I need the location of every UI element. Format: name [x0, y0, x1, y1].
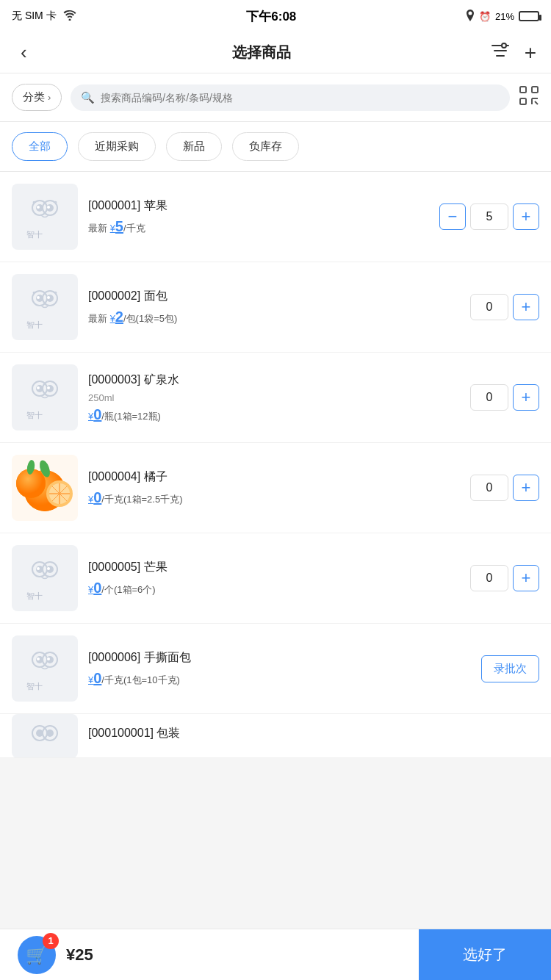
quantity-control: +	[470, 294, 539, 320]
quantity-input[interactable]	[470, 203, 508, 230]
svg-point-50	[37, 657, 40, 660]
product-price: ¥0/千克(1箱=2.5千克)	[88, 489, 460, 506]
status-bar: 无 SIM 卡 下午6:08 ⏰ 21%	[0, 0, 551, 32]
table-row: 智十 [0000003] 矿泉水 250ml ¥0/瓶(1箱=12瓶) +	[0, 353, 551, 443]
product-image: 智十	[12, 545, 78, 611]
product-name: [0000006] 手撕面包	[88, 650, 471, 666]
cart-badge: 1	[43, 933, 59, 949]
back-button[interactable]: ‹	[15, 35, 33, 70]
quantity-control: +	[470, 475, 539, 501]
product-image: 智十	[12, 184, 78, 250]
product-name: [0000002] 面包	[88, 289, 460, 304]
product-image	[12, 714, 78, 758]
svg-point-20	[37, 296, 40, 299]
product-spec: 250ml	[88, 392, 460, 403]
product-name: [0000003] 矿泉水	[88, 372, 460, 388]
product-price: 最新 ¥5/千克	[88, 218, 429, 235]
svg-point-3	[502, 43, 506, 48]
quantity-input[interactable]	[470, 565, 508, 591]
increase-button[interactable]: +	[513, 203, 539, 230]
chevron-right-icon: ›	[48, 92, 51, 103]
battery-percent: 21%	[495, 11, 514, 22]
cart-total: ¥25	[66, 945, 93, 965]
quantity-control: − +	[439, 203, 539, 230]
product-image: 智十	[12, 364, 78, 430]
tab-recent[interactable]: 近期采购	[78, 132, 156, 161]
product-info: [0000001] 苹果 最新 ¥5/千克	[88, 198, 429, 235]
svg-rect-5	[532, 87, 538, 93]
battery-icon	[519, 11, 539, 21]
alarm-icon: ⏰	[479, 11, 491, 22]
product-price: 最新 ¥2/包(1袋=5包)	[88, 309, 460, 325]
increase-button[interactable]: +	[513, 294, 539, 320]
product-image: 智十	[12, 635, 78, 702]
search-input[interactable]	[101, 92, 500, 104]
product-list: 智十 [0000001] 苹果 最新 ¥5/千克 − +	[0, 172, 551, 758]
cart-icon: 🛒	[26, 945, 48, 965]
quantity-control: +	[470, 565, 539, 591]
svg-point-44	[37, 567, 40, 570]
product-name: [0000001] 苹果	[88, 198, 429, 214]
status-left: 无 SIM 卡	[12, 10, 77, 23]
svg-point-27	[47, 386, 50, 389]
cart-area: 🛒 1 ¥25	[0, 936, 419, 974]
product-name: [0000005] 芒果	[88, 560, 460, 575]
svg-point-21	[47, 296, 50, 299]
tab-all[interactable]: 全部	[12, 132, 68, 161]
status-right: ⏰ 21%	[466, 10, 539, 24]
decrease-button[interactable]: −	[439, 203, 466, 230]
tab-new[interactable]: 新品	[166, 132, 222, 161]
svg-point-15	[47, 206, 50, 209]
increase-button[interactable]: +	[513, 475, 539, 501]
product-image: 智十	[12, 274, 78, 340]
product-price: ¥0/瓶(1箱=12瓶)	[88, 406, 460, 423]
quantity-input[interactable]	[470, 294, 508, 320]
filter-icon[interactable]	[491, 43, 510, 63]
nav-actions: +	[491, 41, 536, 65]
search-section: 分类 › 🔍	[0, 73, 551, 122]
tab-negative-stock[interactable]: 负库存	[232, 132, 299, 161]
page-title: 选择商品	[232, 43, 291, 62]
scan-icon[interactable]	[519, 85, 539, 110]
status-time: 下午6:08	[246, 8, 296, 25]
batch-button[interactable]: 录批次	[481, 655, 539, 682]
product-name: [000100001] 包装	[88, 726, 539, 741]
product-price: ¥0/千克(1包=10千克)	[88, 670, 471, 687]
svg-point-26	[37, 386, 40, 389]
location-icon	[466, 10, 475, 24]
search-icon: 🔍	[81, 91, 95, 104]
product-price: ¥0/个(1箱=6个)	[88, 580, 460, 597]
quantity-input[interactable]	[470, 384, 508, 411]
wifi-icon	[62, 10, 77, 23]
quantity-control: +	[470, 384, 539, 411]
quantity-control: 录批次	[481, 655, 539, 682]
svg-point-54	[36, 729, 43, 737]
svg-rect-4	[520, 87, 526, 93]
svg-point-45	[47, 567, 50, 570]
product-info: [0000006] 手撕面包 ¥0/千克(1包=10千克)	[88, 650, 471, 687]
table-row: [000100001] 包装	[0, 714, 551, 758]
table-row: 智十 [0000005] 芒果 ¥0/个(1箱=6个) +	[0, 533, 551, 624]
svg-point-14	[37, 206, 40, 209]
svg-line-9	[535, 101, 538, 104]
table-row: 智十 [0000006] 手撕面包 ¥0/千克(1包=10千克) 录批次	[0, 624, 551, 714]
quantity-input[interactable]	[470, 475, 508, 501]
table-row: 智十 [0000002] 面包 最新 ¥2/包(1袋=5包) +	[0, 262, 551, 353]
product-info: [0000003] 矿泉水 250ml ¥0/瓶(1箱=12瓶)	[88, 372, 460, 423]
confirm-button[interactable]: 选好了	[419, 929, 551, 980]
product-name: [0000004] 橘子	[88, 469, 460, 485]
table-row: [0000004] 橘子 ¥0/千克(1箱=2.5千克) +	[0, 443, 551, 533]
category-button[interactable]: 分类 ›	[12, 84, 62, 111]
increase-button[interactable]: +	[513, 565, 539, 591]
increase-button[interactable]: +	[513, 384, 539, 411]
svg-rect-6	[520, 98, 526, 104]
product-info: [0000002] 面包 最新 ¥2/包(1袋=5包)	[88, 289, 460, 325]
category-label: 分类	[23, 90, 45, 104]
product-info: [0000005] 芒果 ¥0/个(1箱=6个)	[88, 560, 460, 597]
table-row: 智十 [0000001] 苹果 最新 ¥5/千克 − +	[0, 172, 551, 262]
add-icon[interactable]: +	[525, 41, 536, 65]
product-image	[12, 455, 78, 521]
cart-button[interactable]: 🛒 1	[18, 936, 56, 974]
svg-point-55	[46, 729, 54, 737]
bottom-bar: 🛒 1 ¥25 选好了	[0, 929, 551, 980]
